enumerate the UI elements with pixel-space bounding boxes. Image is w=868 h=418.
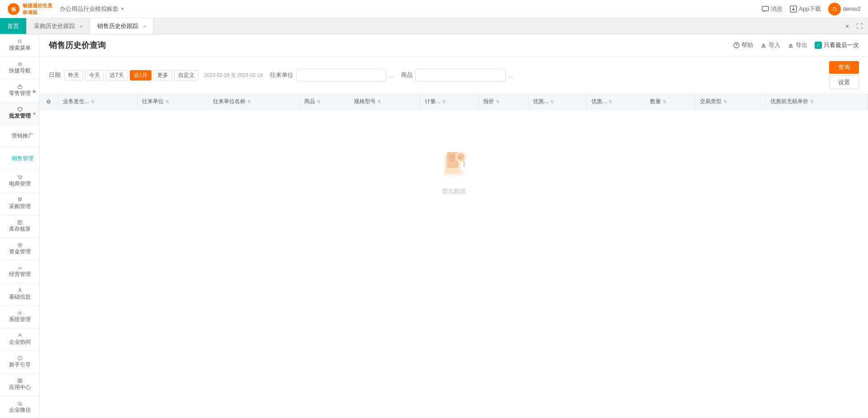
sidebar-label-quick-nav: 快捷导航 xyxy=(9,67,31,75)
message-button[interactable]: 消息 xyxy=(762,5,783,13)
help-button[interactable]: 帮助 xyxy=(733,41,753,49)
export-button[interactable]: 导出 xyxy=(788,41,807,49)
sidebar-item-search-menu[interactable]: 搜索菜单 xyxy=(0,34,39,57)
app-download-button[interactable]: App下载 xyxy=(790,5,821,13)
table-header-unit[interactable]: 计量... ⇅ xyxy=(420,94,478,109)
sidebar-item-basic-info[interactable]: 基础信息 xyxy=(0,283,39,306)
chevron-right-icon: ▶ xyxy=(33,88,37,93)
sidebar-item-enterprise-collab[interactable]: 企业协同 xyxy=(0,328,39,351)
date-btn-custom[interactable]: 自定义 xyxy=(174,70,198,81)
app-selector[interactable]: 办公用品行业模拟账套 ▼ xyxy=(56,5,128,13)
import-button[interactable]: 导入 xyxy=(760,41,780,49)
app-center-icon xyxy=(16,378,24,383)
close-all-tabs-button[interactable]: × xyxy=(844,21,851,32)
date-btn-today[interactable]: 今天 xyxy=(85,70,104,81)
basic-info-icon xyxy=(16,288,24,293)
empty-state: 暂元数据 xyxy=(40,109,868,232)
close-tab-sales-icon[interactable]: × xyxy=(143,24,146,29)
settings-button[interactable]: 设置 xyxy=(829,76,859,89)
sidebar-item-ecommerce-mgmt[interactable]: 电商管理 xyxy=(0,170,39,193)
maximize-button[interactable]: ⛶ xyxy=(854,21,864,32)
tab-purchase-history[interactable]: 采购历史价跟踪 × xyxy=(27,18,90,34)
table-settings-column[interactable]: ⚙ xyxy=(40,94,58,109)
close-tab-purchase-icon[interactable]: × xyxy=(80,24,82,29)
product-input[interactable] xyxy=(415,69,506,81)
sidebar-label-search-menu: 搜索菜单 xyxy=(9,45,31,52)
partner-input[interactable] xyxy=(296,69,387,81)
finance-icon xyxy=(16,242,24,247)
sidebar-label-app-center: 应用中心 xyxy=(9,384,31,391)
table-header-price[interactable]: 报价 ⇅ xyxy=(478,94,528,109)
sidebar-item-app-center[interactable]: 应用中心 xyxy=(0,374,39,396)
svg-point-26 xyxy=(457,153,464,161)
table-header-pretax-price[interactable]: 优惠前无税单价 ⇅ xyxy=(766,94,868,109)
page-actions: 帮助 导入 导出 ✓ xyxy=(733,41,859,49)
logo-icon: 畅 xyxy=(7,3,20,15)
table-header-biz-date[interactable]: 业务发生... ⇅ xyxy=(58,94,137,109)
date-btn-more[interactable]: 更多 xyxy=(153,70,172,81)
partner-dots-button[interactable]: ... xyxy=(389,72,394,78)
tab-sales-history[interactable]: 销售历史价跟踪 × xyxy=(90,18,153,34)
sidebar-item-wholesale-mgmt[interactable]: 批发管理 ▼ xyxy=(0,102,39,125)
svg-rect-5 xyxy=(18,86,22,89)
sidebar-label-enterprise-collab: 企业协同 xyxy=(9,339,31,346)
table-header-quantity[interactable]: 数量 ⇅ xyxy=(645,94,695,109)
content-area: 销售历史价查询 帮助 导入 xyxy=(40,34,868,418)
only-last-checkbox[interactable]: ✓ 只看最后一次 xyxy=(815,41,859,49)
sort-icon-partner-code: ⇅ xyxy=(165,99,169,104)
sidebar-item-ops-mgmt[interactable]: 经营管理 xyxy=(0,261,39,283)
table-header-discount2[interactable]: 优惠... ⇅ xyxy=(587,94,645,109)
export-icon xyxy=(788,42,794,48)
date-filter-group: 日期 昨天 今天 近7天 近1月 更多 自定义 2023-02-18 至 202… xyxy=(49,70,263,81)
date-btn-last1month[interactable]: 近1月 xyxy=(130,70,152,81)
date-btn-yesterday[interactable]: 昨天 xyxy=(64,70,83,81)
wholesale-icon xyxy=(16,107,24,112)
sidebar-label-ops-mgmt: 经营管理 xyxy=(9,271,31,278)
sidebar-label-enterprise-wechat: 企业微信 xyxy=(9,407,31,414)
main-layout: 搜索菜单 快捷导航 零售管理 ▶ 批发管理 ▼ 营销推广 销 xyxy=(0,34,868,418)
logo-area: 畅 畅捷通好生意 标准版 xyxy=(7,2,52,15)
tab-bar: 首页 采购历史价跟踪 × 销售历史价跟踪 × × ⛶ xyxy=(0,18,868,34)
sidebar-label-purchase-mgmt: 采购管理 xyxy=(9,203,31,210)
checkbox-checked-icon: ✓ xyxy=(815,42,822,49)
ecommerce-icon xyxy=(16,175,24,180)
tab-home[interactable]: 首页 xyxy=(0,18,27,34)
page-title-row: 销售历史价查询 帮助 导入 xyxy=(49,40,859,51)
sidebar-label-inventory: 库存核算 xyxy=(9,226,31,233)
sidebar-item-finance-mgmt[interactable]: 资金管理 xyxy=(0,238,39,261)
import-icon xyxy=(760,42,767,48)
sidebar-item-sales-mgmt[interactable]: 销售管理 xyxy=(0,147,39,170)
svg-point-6 xyxy=(19,179,19,179)
ops-icon xyxy=(16,265,24,270)
sidebar-item-system-mgmt[interactable]: 系统管理 xyxy=(0,306,39,328)
svg-point-27 xyxy=(463,165,465,167)
guide-icon xyxy=(16,356,24,361)
sidebar-item-new-guide[interactable]: 新手引导 xyxy=(0,351,39,374)
download-icon xyxy=(790,5,797,13)
table-header-spec[interactable]: 规格型号 ⇅ xyxy=(349,94,420,109)
product-dots-button[interactable]: ... xyxy=(509,72,513,78)
sort-icon-discount1: ⇅ xyxy=(550,99,554,104)
sidebar-item-purchase-mgmt[interactable]: 采购管理 xyxy=(0,193,39,215)
sort-icon-spec: ⇅ xyxy=(377,99,381,104)
table-header-discount1[interactable]: 优惠... ⇅ xyxy=(528,94,586,109)
sidebar-item-quick-nav[interactable]: 快捷导航 xyxy=(0,57,39,80)
sidebar-item-marketing[interactable]: 营销推广 xyxy=(0,125,39,147)
sidebar-item-inventory[interactable]: 库存核算 xyxy=(0,215,39,238)
sort-icon-quantity: ⇅ xyxy=(663,99,666,104)
date-btn-last7days[interactable]: 近7天 xyxy=(106,70,128,81)
date-filter-label: 日期 xyxy=(49,71,61,79)
table-header-product[interactable]: 商品 ⇅ xyxy=(300,94,349,109)
user-info[interactable]: D demo2 xyxy=(828,3,861,15)
purchase-icon xyxy=(16,197,24,202)
table-header-trade-type[interactable]: 交易类型 ⇅ xyxy=(695,94,765,109)
sidebar-item-enterprise-wechat[interactable]: 企业微信 xyxy=(0,396,39,418)
svg-point-10 xyxy=(19,289,21,290)
app-selector-label: 办公用品行业模拟账套 xyxy=(60,5,118,13)
table-header-partner-code[interactable]: 往来单位 ⇅ xyxy=(137,94,208,109)
filter-action-buttons: 查询 设置 xyxy=(829,61,859,89)
table-header-partner-name[interactable]: 往来单位名称 ⇅ xyxy=(208,94,300,109)
page-title: 销售历史价查询 xyxy=(49,40,106,51)
sidebar-item-retail-mgmt[interactable]: 零售管理 ▶ xyxy=(0,80,39,102)
query-button[interactable]: 查询 xyxy=(829,61,859,74)
